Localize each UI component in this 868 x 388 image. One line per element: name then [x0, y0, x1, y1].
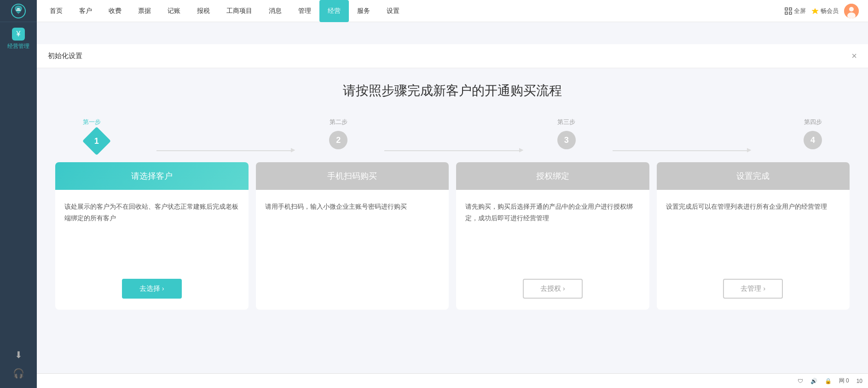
jingying-icon: ¥	[12, 28, 25, 41]
connector-2-3: ▶	[384, 150, 520, 151]
status-bar-right: 🛡 🔊 🔒 网 0 10	[798, 377, 862, 385]
vip-button[interactable]: 畅会员	[811, 7, 839, 15]
page-header: 初始化设置 ×	[37, 44, 868, 68]
svg-rect-2	[789, 8, 792, 10]
go-authorize-button[interactable]: 去授权 ›	[523, 279, 583, 299]
nav-settings[interactable]: 设置	[378, 0, 408, 22]
nav-operation[interactable]: 经营	[319, 0, 349, 22]
connector-3-4: ▶	[613, 150, 748, 151]
nav-service[interactable]: 服务	[349, 0, 378, 22]
sidebar-item-label: 经营管理	[7, 42, 29, 50]
step-1-label: 第一步	[83, 118, 101, 126]
svg-rect-1	[785, 8, 787, 10]
step-4-wrapper: 第四步 4	[748, 118, 850, 149]
status-bar: ▶ 完成 🛡 🔊 🔒 网 0 10	[0, 373, 868, 388]
nav-homepage[interactable]: 首页	[41, 0, 71, 22]
step-3-label: 第三步	[557, 118, 575, 126]
lock-icon: 🔒	[825, 378, 832, 384]
shield-icon: 🛡	[798, 378, 803, 384]
sidebar-bottom: ⬇ 🎧	[13, 349, 24, 379]
avatar[interactable]	[844, 4, 859, 18]
time-display: 10	[856, 378, 862, 384]
step-3-circle: 3	[557, 131, 576, 149]
top-navigation: 首页 客户 收费 票据 记账 报税 工商项目 消息 管理 经营 服务 设置 全屏…	[0, 0, 868, 22]
step-1-wrapper: 第一步 1	[55, 118, 156, 151]
step-1-diamond: 1	[82, 127, 111, 155]
headset-icon[interactable]: 🎧	[13, 368, 24, 379]
go-manage-button[interactable]: 去管理 ›	[723, 279, 783, 299]
step-2-label: 第二步	[330, 118, 347, 126]
svg-rect-4	[789, 12, 792, 14]
network-status: 网 0	[839, 377, 849, 385]
step-4-circle: 4	[804, 131, 822, 149]
nav-business[interactable]: 工商项目	[218, 0, 260, 22]
svg-point-7	[849, 7, 854, 12]
card-4-footer: 去管理 ›	[657, 271, 850, 310]
volume-icon: 🔊	[810, 378, 817, 384]
download-icon[interactable]: ⬇	[15, 349, 23, 360]
top-nav-right: 全屏 畅会员	[785, 4, 868, 18]
cards-row: 请选择客户 该处展示的客户为不在回收站、客户状态正常建账后完成老板端绑定的所有客…	[55, 162, 850, 310]
sidebar-item-jingying[interactable]: ¥ 经营管理	[0, 22, 37, 56]
step-2-wrapper: 第二步 2	[292, 118, 384, 149]
card-2-body: 请用手机扫码，输入小微企业主账号密码进行购买	[256, 190, 449, 291]
step-card-1: 请选择客户 该处展示的客户为不在回收站、客户状态正常建账后完成老板端绑定的所有客…	[55, 162, 249, 310]
connector-1-2: ▶	[156, 150, 292, 151]
card-4-header: 设置完成	[657, 162, 850, 190]
card-1-footer: 去选择 ›	[55, 271, 249, 310]
nav-invoice[interactable]: 票据	[130, 0, 159, 22]
close-button[interactable]: ×	[851, 51, 857, 61]
step-card-2: 手机扫码购买 请用手机扫码，输入小微企业主账号密码进行购买	[256, 162, 449, 310]
card-1-header: 请选择客户	[55, 162, 249, 190]
nav-tax[interactable]: 报税	[189, 0, 218, 22]
nav-customer[interactable]: 客户	[71, 0, 100, 22]
card-2-footer	[256, 291, 449, 310]
card-3-body: 请先购买，购买后选择开通的产品中的企业用户进行授权绑定，成功后即可进行经营管理	[456, 190, 649, 271]
step-4-label: 第四步	[804, 118, 822, 126]
card-3-footer: 去授权 ›	[456, 271, 649, 310]
step-2-circle: 2	[329, 131, 347, 149]
content-area: 请按照步骤完成新客户的开通购买流程 第一步 1 ▶ 第二步 2	[37, 68, 868, 388]
main-wrapper: 初始化设置 × 请按照步骤完成新客户的开通购买流程 第一步 1 ▶ 第二步	[37, 22, 868, 388]
sidebar: ¥ 经营管理 ⬇ 🎧	[0, 0, 37, 388]
fullscreen-button[interactable]: 全屏	[785, 7, 806, 15]
svg-rect-3	[785, 12, 787, 14]
flow-title: 请按照步骤完成新客户的开通购买流程	[55, 82, 850, 100]
svg-marker-5	[812, 8, 818, 14]
card-1-body: 该处展示的客户为不在回收站、客户状态正常建账后完成老板端绑定的所有客户	[55, 190, 249, 271]
page-title: 初始化设置	[48, 52, 82, 60]
go-select-button[interactable]: 去选择 ›	[122, 279, 182, 299]
step-card-4: 设置完成 设置完成后可以在管理列表进行所有企业用户的经营管理 去管理 ›	[657, 162, 850, 310]
nav-message[interactable]: 消息	[260, 0, 290, 22]
card-2-header: 手机扫码购买	[256, 162, 449, 190]
nav-management[interactable]: 管理	[290, 0, 319, 22]
step-card-3: 授权绑定 请先购买，购买后选择开通的产品中的企业用户进行授权绑定，成功后即可进行…	[456, 162, 649, 310]
nav-payment[interactable]: 收费	[100, 0, 130, 22]
steps-indicator: 第一步 1 ▶ 第二步 2 ▶	[55, 118, 850, 151]
step-3-wrapper: 第三步 3	[521, 118, 613, 149]
nav-bookkeeping[interactable]: 记账	[159, 0, 189, 22]
card-3-header: 授权绑定	[456, 162, 649, 190]
card-4-body: 设置完成后可以在管理列表进行所有企业用户的经营管理	[657, 190, 850, 271]
sidebar-logo	[0, 0, 37, 22]
